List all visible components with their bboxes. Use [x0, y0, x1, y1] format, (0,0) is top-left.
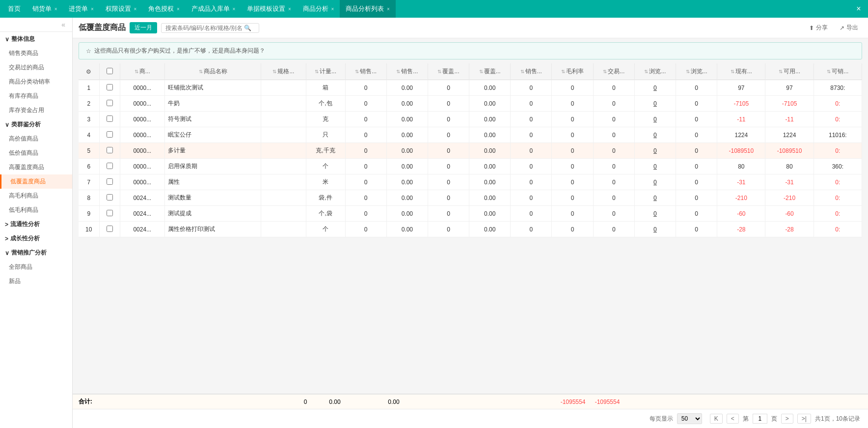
- sidebar-group-flow[interactable]: > 流通性分析: [0, 217, 72, 231]
- sidebar-item-sales-goods[interactable]: 销售类商品: [0, 46, 72, 60]
- nav-permissions[interactable]: 权限设置 ×: [100, 0, 142, 18]
- nav-close-permissions[interactable]: ×: [134, 6, 137, 12]
- cell-checkbox[interactable]: [99, 80, 120, 96]
- row-checkbox[interactable]: [107, 131, 113, 138]
- col-sales2[interactable]: 销售...: [386, 63, 428, 80]
- cell-checkbox[interactable]: [99, 174, 120, 190]
- cell-checkbox[interactable]: [99, 96, 120, 112]
- row-checkbox[interactable]: [107, 178, 113, 185]
- first-page-button[interactable]: K: [710, 414, 723, 424]
- settings-icon[interactable]: ⚙: [86, 68, 91, 75]
- nav-close-analysis-list[interactable]: ×: [387, 6, 390, 12]
- sidebar-item-low-coverage[interactable]: 低覆盖度商品: [0, 174, 72, 189]
- nav-close-analysis[interactable]: ×: [331, 6, 334, 12]
- chevron-down-icon: ∨: [5, 36, 9, 43]
- col-sales1[interactable]: 销售...: [345, 63, 386, 80]
- select-all-checkbox[interactable]: [107, 68, 113, 74]
- last-page-button[interactable]: >|: [797, 414, 811, 424]
- sidebar-item-stock-funds[interactable]: 库存资金占用: [0, 103, 72, 117]
- cell-checkbox[interactable]: [99, 127, 120, 143]
- col-sales3[interactable]: 销售...: [511, 63, 552, 80]
- col-margin[interactable]: 毛利率: [552, 63, 593, 80]
- col-coverage2[interactable]: 覆盖...: [469, 63, 511, 80]
- row-checkbox[interactable]: [107, 147, 113, 153]
- sidebar-item-high-coverage[interactable]: 高覆盖度商品: [0, 160, 72, 174]
- cell-link[interactable]: 0: [634, 80, 676, 96]
- sidebar-item-traded-goods[interactable]: 交易过的商品: [0, 60, 72, 75]
- cell-link[interactable]: 0: [634, 127, 676, 143]
- sidebar-item-all-goods[interactable]: 全部商品: [0, 260, 72, 274]
- search-icon[interactable]: 🔍: [244, 25, 251, 31]
- nav-roles[interactable]: 角色授权 ×: [142, 0, 185, 18]
- col-trade[interactable]: 交易...: [593, 63, 634, 80]
- nav-close-templates[interactable]: ×: [288, 6, 291, 12]
- cell-checkbox[interactable]: [99, 206, 120, 222]
- share-button[interactable]: ⬆ 分享: [805, 22, 832, 34]
- row-checkbox[interactable]: [107, 194, 113, 200]
- nav-templates[interactable]: 单据模板设置 ×: [241, 0, 297, 18]
- cell-link[interactable]: 0: [634, 174, 676, 190]
- sidebar-item-in-stock[interactable]: 有库存商品: [0, 89, 72, 103]
- cell-link[interactable]: 0: [634, 222, 676, 237]
- row-checkbox[interactable]: [107, 163, 113, 169]
- sidebar-item-low-margin[interactable]: 低毛利商品: [0, 203, 72, 217]
- cell-link[interactable]: 0: [634, 206, 676, 222]
- page-number-input[interactable]: [753, 414, 767, 424]
- cell-link[interactable]: 0: [634, 96, 676, 112]
- cell-link[interactable]: 0: [634, 143, 676, 159]
- row-checkbox[interactable]: [107, 84, 113, 90]
- nav-product-in[interactable]: 产成品入库单 ×: [186, 0, 241, 18]
- cell-s8: 0: [676, 190, 717, 206]
- cell-link[interactable]: 0: [634, 159, 676, 174]
- row-checkbox[interactable]: [107, 210, 113, 216]
- row-checkbox[interactable]: [107, 100, 113, 106]
- row-checkbox[interactable]: [107, 115, 113, 122]
- cell-checkbox[interactable]: [99, 222, 120, 237]
- sidebar-item-low-value[interactable]: 低价值商品: [0, 146, 72, 160]
- col-browse2[interactable]: 浏览...: [676, 63, 717, 80]
- cell-link[interactable]: 0: [634, 112, 676, 127]
- cell-checkbox[interactable]: [99, 143, 120, 159]
- cell-checkbox[interactable]: [99, 112, 120, 127]
- date-filter-button[interactable]: 近一月: [130, 22, 157, 33]
- prev-page-button[interactable]: <: [727, 414, 739, 424]
- col-code[interactable]: 商...: [120, 63, 164, 80]
- row-checkbox[interactable]: [107, 226, 113, 232]
- search-input[interactable]: [165, 25, 244, 31]
- export-button[interactable]: ↗ 导出: [836, 22, 862, 34]
- window-close-button[interactable]: ×: [851, 0, 866, 18]
- col-stock2[interactable]: 可用...: [765, 63, 814, 80]
- col-spec[interactable]: 规格...: [261, 63, 306, 80]
- sidebar-group-overview[interactable]: ∨ 整体信息: [0, 32, 72, 46]
- sidebar-group-growth[interactable]: > 成长性分析: [0, 231, 72, 246]
- sidebar-group-cluster[interactable]: ∨ 类群鉴分析: [0, 117, 72, 132]
- nav-sales[interactable]: 销货单 ×: [27, 0, 63, 18]
- col-settings[interactable]: ⚙: [79, 63, 99, 80]
- cell-checkbox[interactable]: [99, 190, 120, 206]
- page-size-select[interactable]: 50 20 100: [677, 413, 702, 424]
- nav-analysis[interactable]: 商品分析 ×: [297, 0, 340, 18]
- cell-link[interactable]: 0: [634, 190, 676, 206]
- col-coverage1[interactable]: 覆盖...: [428, 63, 469, 80]
- next-page-button[interactable]: >: [781, 414, 793, 424]
- nav-close-purchase[interactable]: ×: [91, 6, 94, 12]
- sidebar-group-marketing[interactable]: ∨ 营销推广分析: [0, 246, 72, 260]
- col-name[interactable]: 商品名称: [164, 63, 261, 80]
- nav-analysis-list[interactable]: 商品分析列表 ×: [340, 0, 395, 18]
- sidebar-item-category-rate[interactable]: 商品分类动销率: [0, 75, 72, 89]
- nav-close-product-in[interactable]: ×: [233, 6, 236, 12]
- sidebar-item-new-goods[interactable]: 新品: [0, 274, 72, 288]
- col-stock1[interactable]: 现有...: [717, 63, 765, 80]
- nav-home[interactable]: 首页: [2, 0, 27, 18]
- sidebar-item-high-value[interactable]: 高价值商品: [0, 132, 72, 146]
- collapse-sidebar-button[interactable]: «: [58, 20, 68, 29]
- col-browse1[interactable]: 浏览...: [634, 63, 676, 80]
- col-unit[interactable]: 计量...: [306, 63, 345, 80]
- col-stock3[interactable]: 可销...: [814, 63, 862, 80]
- nav-close-roles[interactable]: ×: [177, 6, 180, 12]
- nav-close-sales[interactable]: ×: [54, 6, 57, 12]
- cell-checkbox[interactable]: [99, 159, 120, 174]
- nav-purchase[interactable]: 进货单 ×: [63, 0, 99, 18]
- chevron-down-icon-3: ∨: [5, 250, 9, 257]
- sidebar-item-high-margin[interactable]: 高毛利商品: [0, 189, 72, 203]
